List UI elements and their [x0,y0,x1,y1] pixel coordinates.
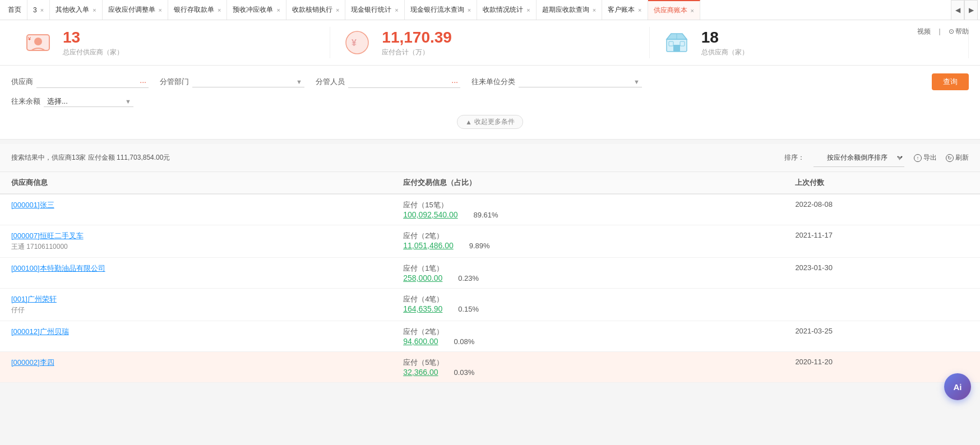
nav-tab-12[interactable]: 供应商账本× [648,0,700,20]
nav-prev-arrow[interactable]: ◀ [951,0,964,20]
tab-close-6[interactable]: × [336,7,339,13]
summary-card-amount: ¥ 11,170.39 应付合计（万） [330,27,649,58]
ai-float-button[interactable]: Ai [944,373,971,400]
payable-suppliers-num: 13 [63,28,123,47]
supplier-link[interactable]: [001]广州荣轩 [11,295,57,303]
tab-close-5[interactable]: × [276,7,280,13]
nav-tab-10[interactable]: 超期应收款查询× [537,0,602,20]
filter-person: 分管人员 ··· [316,76,460,88]
collapse-bar: ▲ 收起更多条件 [11,113,969,135]
supplier-link[interactable]: [000007]恒旺二手叉车 [11,231,84,240]
person-label: 分管人员 [316,77,345,87]
last-pay-cell: 2021-11-17 [784,225,980,258]
supplier-input[interactable] [39,77,140,86]
query-button[interactable]: 查询 [932,73,969,90]
table-row: [001]广州荣轩仔仔应付（4笔）164,635.900.15% [0,289,980,321]
svg-text:¥: ¥ [27,36,31,41]
nav-tab-2[interactable]: 其他收入单× [50,0,102,20]
payable-percent: 0.03% [454,368,474,377]
nav-tab-5[interactable]: 预收冲应收单× [227,0,286,20]
export-button[interactable]: ↑ 导出 [914,153,937,163]
payable-suppliers-label: 总应付供应商（家） [63,48,123,57]
collapse-button[interactable]: ▲ 收起更多条件 [457,115,523,129]
payable-amount[interactable]: 94,600.00 [403,337,438,346]
supplier-info-cell: [000002]李四 [0,352,392,383]
payable-amount[interactable]: 100,092,540.00 [403,210,457,219]
export-label: 导出 [923,153,937,163]
summary-text-payable: 13 总应付供应商（家） [63,28,123,58]
nav-tab-1[interactable]: 3× [27,0,50,20]
nav-tab-0[interactable]: 首页 [2,0,27,20]
balance-label: 往来余额 [11,96,40,106]
nav-tab-9[interactable]: 收款情况统计× [477,0,536,20]
separator: ｜ [936,27,943,36]
filter-supplier: 供应商 ··· [11,76,149,88]
category-select[interactable] [519,76,642,87]
payable-amount[interactable]: 258,000.00 [403,274,442,282]
payable-count: 应付（2笔） [403,231,773,241]
supplier-input-wrap: ··· [36,76,149,88]
last-pay-cell: 2023-01-30 [784,258,980,289]
toolbar-actions: 排序： 按应付余额倒序排序 ▼ ↑ 导出 ↻ 刷新 [784,149,969,167]
filter-row-2: 往来余额 选择... ▼ [11,96,969,107]
sort-select[interactable]: 按应付余额倒序排序 [813,149,904,167]
nav-next-arrow[interactable]: ▶ [964,0,978,20]
payable-count: 应付（1笔） [403,263,773,274]
payable-count: 应付（15笔） [403,200,773,210]
supplier-link[interactable]: [000100]本特勤油品有限公司 [11,264,105,272]
category-select-wrap: ▼ [519,76,642,87]
payable-count: 应付（2笔） [403,327,773,337]
tab-close-12[interactable]: × [691,7,694,14]
total-suppliers-num: 18 [701,28,748,47]
supplier-link[interactable]: [000002]李四 [11,358,54,367]
tab-close-10[interactable]: × [593,7,596,13]
person-input[interactable] [350,77,451,86]
payable-tx-cell: 应付（1笔）258,000.000.23% [392,258,784,289]
tab-close-2[interactable]: × [93,7,96,13]
header-payable-tx: 应付交易信息（占比） [392,172,784,194]
nav-tab-3[interactable]: 应收应付调整单× [103,0,168,20]
person-input-wrap: ··· [348,76,460,88]
svg-text:¥: ¥ [352,38,357,48]
tab-close-11[interactable]: × [638,7,641,13]
svg-rect-6 [673,45,680,52]
payable-amount[interactable]: 164,635.90 [403,304,442,313]
top-right-links: 视频 ｜ ⊙帮助 [917,27,969,36]
ai-btn-label: Ai [954,382,962,392]
supplier-link[interactable]: [000012]广州贝瑞 [11,327,69,336]
balance-select[interactable]: 选择... [44,96,133,107]
dept-select[interactable] [192,76,304,87]
payable-tx-cell: 应付（5笔）32,366.000.03% [392,352,784,383]
help-link[interactable]: ⊙帮助 [949,27,969,36]
supplier-label: 供应商 [11,77,33,87]
tab-close-7[interactable]: × [395,7,398,13]
collapse-icon: ▲ [465,118,472,126]
payable-tx-cell: 应付（2笔）11,051,486.009.89% [392,225,784,258]
tab-close-8[interactable]: × [468,7,471,13]
filter-area: 供应商 ··· 分管部门 ▼ 分管人员 [0,66,980,140]
nav-tab-6[interactable]: 收款核销执行× [286,0,345,20]
summary-card-payable-suppliers: ¥ 13 总应付供应商（家） [11,27,330,58]
refresh-button[interactable]: ↻ 刷新 [946,153,969,163]
payable-amount[interactable]: 11,051,486.00 [403,241,454,250]
filter-category: 往来单位分类 ▼ [471,76,642,87]
nav-tab-4[interactable]: 银行存取款单× [168,0,227,20]
payable-percent: 0.23% [458,274,479,282]
payable-amount[interactable]: 32,366.00 [403,368,438,377]
nav-tab-8[interactable]: 现金银行流水查询× [405,0,477,20]
supplier-link[interactable]: [000001]张三 [11,201,54,209]
tab-close-9[interactable]: × [526,7,530,13]
supplier-dots-btn[interactable]: ··· [140,77,146,86]
dept-select-wrap: ▼ [192,76,304,87]
filter-row-1: 供应商 ··· 分管部门 ▼ 分管人员 [11,73,969,90]
nav-tab-7[interactable]: 现金银行统计× [345,0,404,20]
tab-close-4[interactable]: × [218,7,221,13]
person-dots-btn[interactable]: ··· [451,77,458,86]
export-icon: ↑ [914,154,922,162]
tab-close-3[interactable]: × [159,7,162,13]
last-pay-cell: 2021-03-25 [784,321,980,352]
video-link[interactable]: 视频 [917,27,931,36]
payable-tx-cell: 应付（2笔）94,600.000.08% [392,321,784,352]
tab-close-1[interactable]: × [40,7,44,13]
nav-tab-11[interactable]: 客户账本× [602,0,648,20]
